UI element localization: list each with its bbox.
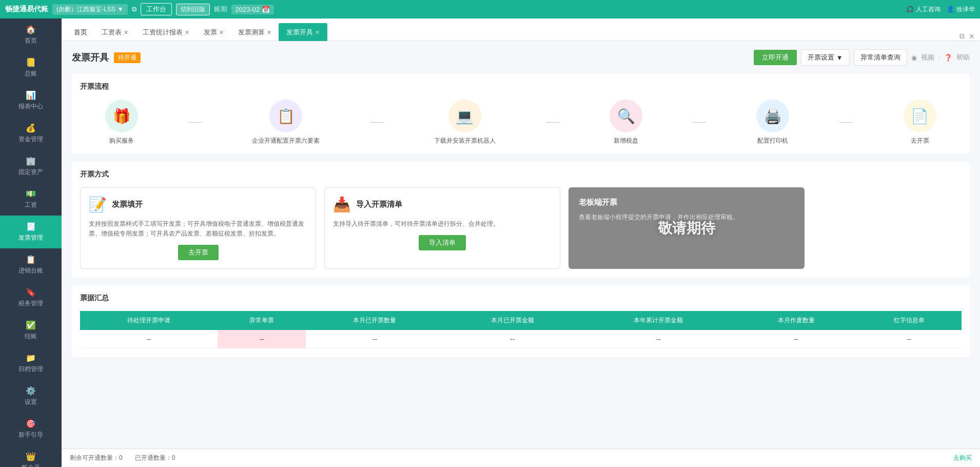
sidebar: 🏠 首页 📒 总账 📊 报表中心 💰 资金管理 🏢 固定资产 💵 工资 🧾 发票… [0,18,62,467]
separator-dot [123,454,135,462]
tab-invoice-calc[interactable]: 发票测算 ✕ [231,24,279,41]
sidebar-item-invoice[interactable]: 🧾 发票管理 [0,216,62,248]
tab-invoice-issue[interactable]: 发票开具 ✕ [279,23,327,41]
switch-old-version-button[interactable]: 切到旧版 [176,4,210,15]
top-bar: 畅捷通易代账 (勿删）江西服宝-LSS ▼ ⧉ 工作台 切到旧版 账期 2023… [0,0,980,18]
support-button[interactable]: 🎧 人工咨询 [906,5,940,14]
sidebar-item-tax[interactable]: 🔖 税务管理 [0,281,62,314]
archive-icon: 📁 [26,353,36,363]
bottom-bar: 剩余可开通数量：0 已开通数量：0 去购买 [62,449,980,467]
sidebar-item-member[interactable]: 👑 畅会员 [0,445,62,467]
home-tab-label: 首页 [74,28,87,37]
invoice-icon: 🧾 [26,222,36,231]
sidebar-item-reports[interactable]: 📊 报表中心 [0,84,62,117]
abnormal-query-button[interactable]: 异常清单查询 [854,49,907,66]
summary-section-title: 票据汇总 [80,294,962,303]
methods-section-title: 开票方式 [80,170,962,179]
guide-icon: 🎯 [26,419,36,429]
taxdisk-icon: 🔍 [610,100,642,132]
flow-step-buy[interactable]: 🎁 购买服务 [105,100,138,145]
sidebar-label-fixed-assets: 固定资产 [18,168,43,177]
company-selector[interactable]: (勿删）江西服宝-LSS ▼ [52,4,128,15]
configure-label: 企业开通配置开票六要素 [252,137,320,145]
tab-invoice[interactable]: 发票 ✕ [197,24,231,41]
buy-link[interactable]: 去购买 [953,454,972,461]
tab-salary-report[interactable]: 工资统计报表 ✕ [135,24,197,41]
method-card-manual: 📝 发票填开 支持按照发票样式手工填写开发票；可开具增值税电子普通发票、增值税普… [80,187,316,269]
val-annual-amount: -- [581,330,736,348]
user-avatar-icon: 👤 [947,6,954,13]
col-pending: 待处理开票申请 [80,311,218,330]
flow-section: 开票流程 🎁 购买服务 ── 📋 企业开通配置开票六要素 ── [72,74,970,153]
val-monthly-count: -- [306,330,443,348]
report-icon: 📊 [26,90,36,100]
close-window-icon[interactable]: ✕ [969,32,975,41]
page-title-area: 发票开具 待开通 [72,51,141,64]
import-list-button[interactable]: 导入清单 [419,235,466,250]
flow-step-configure[interactable]: 📋 企业开通配置开票六要素 [252,100,320,145]
flow-arrow-4: ── [693,117,706,128]
printer-icon: 🖨️ [756,100,789,132]
chevron-down-icon: ▼ [836,54,843,62]
open-settings-button[interactable]: 开票设置 ▼ [801,49,850,66]
close-invoice-calc-icon[interactable]: ✕ [267,29,271,36]
invoice-calc-label: 发票测算 [238,28,265,37]
help-label[interactable]: 帮助 [956,53,970,62]
sidebar-label-archive: 归档管理 [18,365,43,374]
go-issue-button[interactable]: 去开票 [178,245,219,260]
flow-step-download[interactable]: 💻 下载并安装开票机器人 [434,100,496,145]
user-button[interactable]: 👤 徐泽华 [947,5,975,14]
method-card-old-platform: 老板端开票 查看老板端小程序提交的开票申请，并作出相应处理审核。 敬请期待 [569,187,805,269]
manual-card-header: 📝 发票填开 [89,196,307,213]
flow-step-issue[interactable]: 📄 去开票 [904,100,936,145]
sidebar-label-closing: 结账 [25,332,37,341]
tab-home[interactable]: 首页 [67,24,94,41]
invoice-issue-label: 发票开具 [286,28,313,37]
view-label[interactable]: 视频 [921,53,934,62]
sidebar-label-general-ledger: 总账 [25,69,37,78]
sidebar-item-funds[interactable]: 💰 资金管理 [0,117,62,150]
sidebar-item-guide[interactable]: 🎯 新手引导 [0,413,62,445]
restore-icon[interactable]: ⧉ [959,32,965,41]
sidebar-item-general-ledger[interactable]: 📒 总账 [0,51,62,84]
sidebar-item-settings[interactable]: ⚙️ 设置 [0,380,62,413]
coming-soon-label: 敬请期待 [658,219,715,238]
period-badge[interactable]: 2023-02 📅 [231,5,275,14]
sidebar-item-home[interactable]: 🏠 首页 [0,18,62,51]
import-card-desc: 支持导入待开票清单，可对待开票清单进行拆分、合并处理。 [333,219,552,229]
flow-step-printer[interactable]: 🖨️ 配置打印机 [756,100,789,145]
val-abnormal: -- [218,330,306,348]
sidebar-item-purchase-sales[interactable]: 📋 进销台账 [0,248,62,281]
copy-icon[interactable]: ⧉ [132,5,136,13]
summary-table: 待处理开票申请 异常单票 本月已开票数量 本月已开票金额 本年累计开票金额 本月… [80,311,962,348]
content-area: 首页 工资表 ✕ 工资统计报表 ✕ 发票 ✕ 发票测算 ✕ 发票开具 ✕ [62,18,980,467]
close-invoice-issue-icon[interactable]: ✕ [315,29,320,36]
col-monthly-amount: 本月已开票金额 [444,311,581,330]
opened-count: 已开通数量：0 [135,454,175,462]
view-icon: ◉ [911,54,917,62]
close-salary-report-icon[interactable]: ✕ [185,29,189,36]
tab-salary-table[interactable]: 工资表 ✕ [94,24,135,41]
workspace-button[interactable]: 工作台 [141,3,172,15]
app-logo: 畅捷通易代账 [5,5,48,14]
flow-step-taxdisk[interactable]: 🔍 新增税盘 [610,100,642,145]
sidebar-item-salary[interactable]: 💵 工资 [0,183,62,216]
assets-icon: 🏢 [26,156,36,166]
salary-table-label: 工资表 [102,28,122,37]
period-label: 账期 [214,5,227,14]
instant-open-button[interactable]: 立即开通 [754,50,797,65]
close-salary-table-icon[interactable]: ✕ [124,29,128,36]
sidebar-item-closing[interactable]: ✅ 结账 [0,314,62,347]
sidebar-label-purchase-sales: 进销台账 [18,266,43,275]
close-invoice-icon[interactable]: ✕ [219,29,224,36]
sidebar-item-fixed-assets[interactable]: 🏢 固定资产 [0,150,62,183]
summary-table-data-row: -- -- -- -- -- -- -- [80,330,962,348]
sidebar-label-invoice: 发票管理 [18,233,43,242]
buy-service-label: 购买服务 [109,137,134,145]
sidebar-item-archive[interactable]: 📁 归档管理 [0,347,62,380]
configure-icon: 📋 [269,100,302,132]
col-red-info: 红字信息单 [857,311,962,330]
import-card-icon: 📥 [333,196,351,213]
funds-icon: 💰 [26,123,36,133]
sidebar-label-member: 畅会员 [22,463,40,467]
